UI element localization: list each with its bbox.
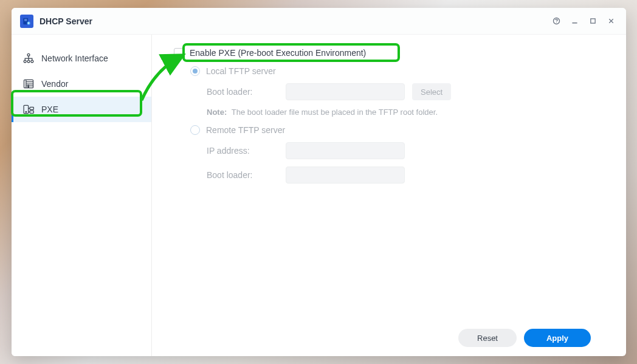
sidebar-item-label: PXE bbox=[41, 105, 58, 114]
sidebar-item-label: Network Interface bbox=[41, 53, 108, 63]
footer: Reset Apply bbox=[174, 320, 608, 356]
svg-point-6 bbox=[556, 22, 556, 23]
close-button[interactable] bbox=[602, 13, 620, 30]
svg-rect-24 bbox=[30, 111, 33, 113]
sidebar-item-vendor[interactable]: Vendor bbox=[12, 71, 151, 97]
local-boot-loader-input[interactable] bbox=[286, 83, 405, 100]
pxe-icon bbox=[22, 103, 35, 116]
window-title: DHCP Server bbox=[40, 16, 92, 26]
window-titlebar: DHCP Server bbox=[12, 8, 626, 35]
sidebar: Network Interface Vendor PXE bbox=[12, 35, 152, 356]
main-panel: Enable PXE (Pre-boot Execution Environme… bbox=[152, 35, 626, 356]
help-button[interactable] bbox=[547, 13, 565, 30]
remote-tftp-label: Remote TFTP server bbox=[206, 125, 285, 135]
svg-point-11 bbox=[27, 53, 30, 56]
svg-rect-8 bbox=[590, 19, 594, 23]
boot-loader-label: Boot loader: bbox=[207, 87, 286, 97]
remote-boot-loader-input[interactable] bbox=[286, 167, 405, 184]
minimize-button[interactable] bbox=[565, 13, 584, 30]
remote-tftp-radio[interactable] bbox=[190, 125, 200, 135]
svg-point-14 bbox=[31, 60, 33, 63]
enable-pxe-label: Enable PXE (Pre-boot Execution Environme… bbox=[190, 48, 366, 58]
vendor-icon bbox=[22, 77, 35, 91]
svg-rect-1 bbox=[24, 19, 27, 19]
remote-boot-loader-label: Boot loader: bbox=[207, 170, 286, 180]
reset-button[interactable]: Reset bbox=[458, 329, 517, 347]
svg-rect-23 bbox=[30, 107, 33, 109]
select-boot-loader-button[interactable]: Select bbox=[412, 83, 451, 100]
apply-button[interactable]: Apply bbox=[524, 329, 591, 347]
dhcp-server-window: DHCP Server Network Interface bbox=[12, 8, 626, 356]
app-icon bbox=[20, 15, 33, 28]
network-interface-icon bbox=[22, 52, 35, 65]
remote-ip-input[interactable] bbox=[286, 142, 405, 159]
sidebar-item-label: Vendor bbox=[41, 79, 68, 89]
enable-pxe-checkbox[interactable] bbox=[174, 48, 184, 58]
ip-address-label: IP address: bbox=[207, 146, 286, 156]
svg-rect-2 bbox=[24, 20, 27, 21]
note-text: The boot loader file must be placed in t… bbox=[232, 108, 438, 117]
local-tftp-radio[interactable] bbox=[190, 66, 200, 76]
svg-point-13 bbox=[27, 60, 30, 63]
svg-rect-20 bbox=[27, 85, 29, 88]
svg-point-4 bbox=[28, 22, 29, 24]
svg-point-22 bbox=[26, 111, 27, 112]
sidebar-item-pxe[interactable]: PXE bbox=[12, 97, 151, 122]
maximize-button[interactable] bbox=[584, 13, 602, 30]
local-tftp-label: Local TFTP server bbox=[206, 66, 276, 76]
svg-point-12 bbox=[24, 60, 26, 63]
note-label: Note: bbox=[207, 108, 227, 117]
sidebar-item-network-interface[interactable]: Network Interface bbox=[12, 46, 151, 71]
